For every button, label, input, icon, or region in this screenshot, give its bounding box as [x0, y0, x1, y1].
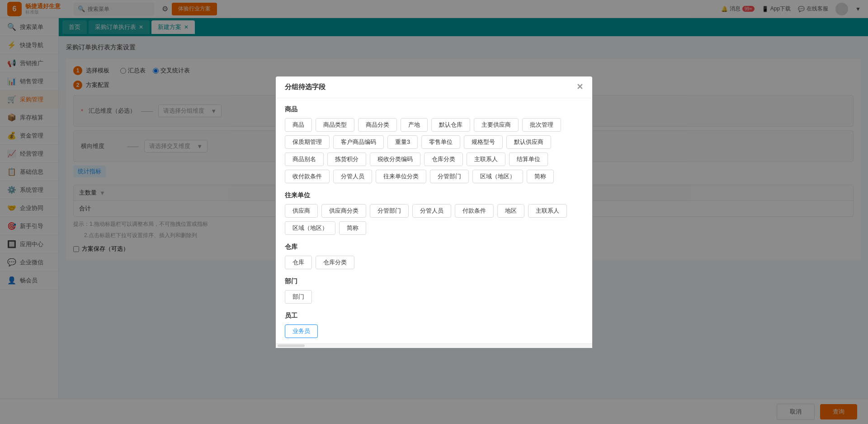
- field-tag[interactable]: 主联系人: [467, 152, 505, 166]
- field-tag[interactable]: 商品类型: [316, 118, 354, 132]
- field-tag[interactable]: 规格型号: [464, 135, 503, 149]
- field-tag[interactable]: 默认供应商: [506, 135, 551, 149]
- field-tag[interactable]: 结算单位: [509, 152, 548, 166]
- field-tag[interactable]: 保质期管理: [285, 135, 330, 149]
- section-title-warehouse: 仓库: [285, 243, 583, 251]
- modal-close-icon[interactable]: ✕: [576, 83, 583, 91]
- field-tag[interactable]: 分管人员: [333, 170, 372, 183]
- modal-title: 分组待选字段: [285, 83, 326, 91]
- field-tag[interactable]: 主联系人: [528, 204, 567, 218]
- hscroll-thumb: [278, 344, 305, 347]
- modal-header: 分组待选字段 ✕: [276, 76, 592, 98]
- section-product: 商品 商品 商品类型 商品分类 产地 默认仓库 主要供应商 批次管理 保质期管理…: [285, 105, 583, 183]
- employee-fields: 业务员: [285, 324, 583, 338]
- section-title-product: 商品: [285, 105, 583, 114]
- field-tag[interactable]: 商品: [285, 118, 312, 132]
- field-tag[interactable]: 部门: [285, 290, 312, 304]
- field-tag[interactable]: 地区: [497, 204, 524, 218]
- section-warehouse: 仓库 仓库 仓库分类: [285, 243, 583, 269]
- counterpart-fields: 供应商 供应商分类 分管部门 分管人员 付款条件 地区 主联系人 区域（地区） …: [285, 204, 583, 235]
- section-title-department: 部门: [285, 277, 583, 286]
- section-department: 部门 部门: [285, 277, 583, 304]
- field-tag[interactable]: 仓库分类: [424, 152, 463, 166]
- field-tag[interactable]: 零售单位: [421, 135, 460, 149]
- field-tag[interactable]: 税收分类编码: [370, 152, 420, 166]
- field-tag[interactable]: 商品别名: [285, 152, 324, 166]
- field-tag[interactable]: 拣货积分: [327, 152, 366, 166]
- section-title-counterpart: 往来单位: [285, 191, 583, 200]
- field-select-modal: 分组待选字段 ✕ 商品 商品 商品类型 商品分类 产地 默认仓库 主要供应商 批…: [276, 76, 592, 348]
- field-tag[interactable]: 分管人员: [412, 204, 451, 218]
- field-tag[interactable]: 产地: [401, 118, 428, 132]
- modal-body[interactable]: 商品 商品 商品类型 商品分类 产地 默认仓库 主要供应商 批次管理 保质期管理…: [276, 98, 592, 343]
- field-tag[interactable]: 收付款条件: [285, 170, 330, 183]
- field-tag[interactable]: 区域（地区）: [472, 170, 523, 183]
- modal-overlay: 分组待选字段 ✕ 商品 商品 商品类型 商品分类 产地 默认仓库 主要供应商 批…: [0, 0, 868, 424]
- field-tag[interactable]: 简称: [339, 221, 366, 235]
- field-tag[interactable]: 批次管理: [522, 118, 561, 132]
- field-tag[interactable]: 分管部门: [370, 204, 409, 218]
- field-tag[interactable]: 仓库: [285, 256, 312, 269]
- field-tag[interactable]: 主要供应商: [474, 118, 519, 132]
- field-tag[interactable]: 付款条件: [455, 204, 494, 218]
- section-title-employee: 员工: [285, 312, 583, 320]
- modal-hscroll[interactable]: [276, 343, 592, 348]
- field-tag[interactable]: 往来单位分类: [376, 170, 426, 183]
- product-fields: 商品 商品类型 商品分类 产地 默认仓库 主要供应商 批次管理 保质期管理 客户…: [285, 118, 583, 183]
- section-employee: 员工 业务员: [285, 312, 583, 338]
- field-tag[interactable]: 默认仓库: [431, 118, 470, 132]
- field-tag[interactable]: 重量3: [387, 135, 418, 149]
- field-tag[interactable]: 供应商: [285, 204, 318, 218]
- warehouse-fields: 仓库 仓库分类: [285, 256, 583, 269]
- field-tag[interactable]: 客户商品编码: [333, 135, 384, 149]
- field-tag[interactable]: 分管部门: [430, 170, 469, 183]
- section-counterpart: 往来单位 供应商 供应商分类 分管部门 分管人员 付款条件 地区 主联系人 区域…: [285, 191, 583, 235]
- field-tag[interactable]: 区域（地区）: [285, 221, 335, 235]
- field-tag[interactable]: 供应商分类: [321, 204, 366, 218]
- field-tag[interactable]: 仓库分类: [316, 256, 354, 269]
- field-tag[interactable]: 简称: [527, 170, 554, 183]
- field-tag[interactable]: 业务员: [285, 324, 318, 338]
- department-fields: 部门: [285, 290, 583, 304]
- field-tag[interactable]: 商品分类: [358, 118, 397, 132]
